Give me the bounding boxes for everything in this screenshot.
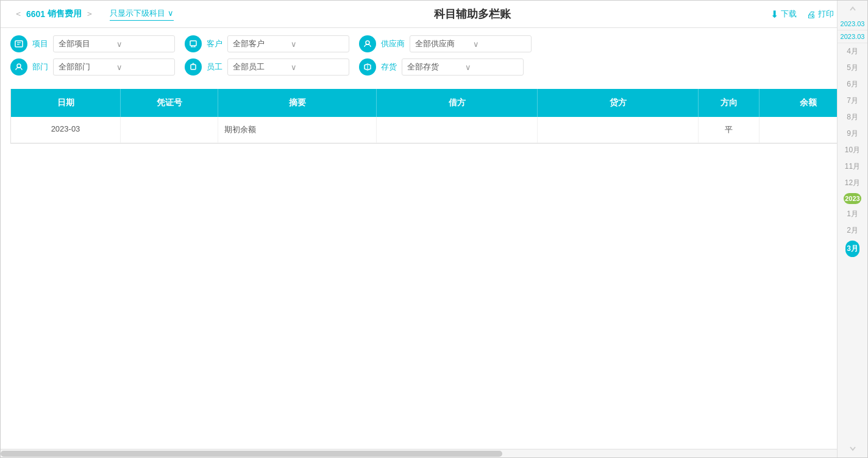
department-value: 全部部门 [59,62,112,72]
cell-date: 2023-03 [11,117,121,143]
filter-area: 项目 全部项目 ∨ 客户 全部客户 ∨ [1,28,867,89]
sidebar-month-2[interactable]: 2月 [838,222,867,239]
header: ＜ 6601 销售费用 ＞ 只显示下级科目 ∨ 科目辅助多栏账 ⬇ 下载 🖨 打… [1,1,867,28]
filter-row-2: 部门 全部部门 ∨ 员工 全部员工 ∨ [10,58,858,76]
filter-item-inventory: 存货 全部存货 ∨ [359,58,524,76]
filter-item-department: 部门 全部部门 ∨ [10,58,175,76]
supplier-icon [359,35,376,52]
col-credit: 贷方 [538,89,699,117]
filter-row-1: 项目 全部项目 ∨ 客户 全部客户 ∨ [10,35,858,52]
print-label: 打印 [818,9,834,19]
department-icon [10,58,27,76]
inventory-select[interactable]: 全部存货 ∨ [402,58,524,76]
sidebar-period-2[interactable]: 2023.03 [838,30,867,43]
prev-account-btn[interactable]: ＜ [10,7,26,21]
account-name-value: 销售费用 [48,9,82,19]
sidebar-month-7[interactable]: 7月 [838,93,867,109]
download-btn[interactable]: ⬇ 下载 [770,9,797,20]
cell-debit [377,117,538,143]
svg-rect-3 [190,41,196,46]
supplier-select[interactable]: 全部供应商 ∨ [410,35,532,52]
cell-summary: 期初余额 [218,117,377,143]
next-account-btn[interactable]: ＞ [82,7,98,21]
print-btn[interactable]: 🖨 打印 [806,9,834,19]
sidebar-month-11[interactable]: 11月 [838,158,867,175]
table-row: 2023-03 期初余额 平 [11,117,857,143]
sidebar-down-btn[interactable] [838,440,867,457]
show-sub-toggle[interactable]: 只显示下级科目 ∨ [110,8,174,21]
customer-label: 客户 [207,38,222,49]
inventory-arrow-icon: ∨ [465,63,518,72]
inventory-icon [359,58,376,76]
project-label: 项目 [32,38,48,49]
main-window: ＜ 6601 销售费用 ＞ 只显示下级科目 ∨ 科目辅助多栏账 ⬇ 下载 🖨 打… [0,0,868,458]
sidebar-month-10[interactable]: 10月 [838,142,867,158]
customer-value: 全部客户 [233,38,286,49]
department-select[interactable]: 全部部门 ∨ [53,58,175,76]
page-title: 科目辅助多栏账 [174,7,770,21]
scrollbar[interactable] [1,449,837,457]
col-voucher: 凭证号 [121,89,218,117]
show-sub-label: 只显示下级科目 [110,8,165,19]
account-code: 6601 销售费用 [26,9,82,19]
col-date: 日期 [11,89,121,117]
project-arrow-icon: ∨ [116,40,169,49]
sidebar-month-12[interactable]: 12月 [838,175,867,191]
sidebar-month-1[interactable]: 1月 [838,206,867,222]
sidebar-up-btn[interactable] [838,1,867,18]
supplier-label: 供应商 [381,38,405,49]
svg-point-4 [366,41,369,44]
sidebar-month-6[interactable]: 6月 [838,76,867,93]
download-icon: ⬇ [770,9,778,20]
sidebar-month-8[interactable]: 8月 [838,109,867,125]
sidebar-month-9[interactable]: 9月 [838,125,867,142]
show-sub-arrow-icon: ∨ [168,9,174,18]
col-direction: 方向 [699,89,760,117]
customer-icon [185,35,202,52]
filter-item-customer: 客户 全部客户 ∨ [185,35,349,52]
customer-select[interactable]: 全部客户 ∨ [227,35,349,52]
table-body: 2023-03 期初余额 平 [11,117,857,143]
inventory-value: 全部存货 [407,62,460,72]
customer-arrow-icon: ∨ [291,40,344,49]
col-debit: 借方 [377,89,538,117]
employee-icon [185,58,202,76]
project-select[interactable]: 全部项目 ∨ [53,35,175,52]
svg-rect-0 [15,41,23,47]
filter-item-supplier: 供应商 全部供应商 ∨ [359,35,532,52]
svg-point-5 [17,64,21,68]
scrollbar-thumb[interactable] [1,451,502,457]
filter-item-employee: 员工 全部员工 ∨ [185,58,349,76]
project-icon [10,35,27,52]
department-arrow-icon: ∨ [116,63,169,72]
inventory-label: 存货 [381,62,397,72]
cell-voucher [121,117,218,143]
right-sidebar: 2023.03 2023.03 4月 5月 6月 7月 8月 9月 10月 11… [837,1,867,457]
sidebar-month-3-active[interactable]: 3月 [845,241,859,257]
table-header: 日期 凭证号 摘要 借方 贷方 方向 余额 [11,89,857,117]
cell-credit [538,117,699,143]
col-summary: 摘要 [218,89,377,117]
main-content: 日期 凭证号 摘要 借方 贷方 方向 余额 2023-03 期初余额 平 [1,89,867,144]
employee-select[interactable]: 全部员工 ∨ [227,58,349,76]
sidebar-period-1[interactable]: 2023.03 [838,18,867,30]
supplier-value: 全部供应商 [415,38,468,49]
scrollbar-track [1,449,837,457]
svg-rect-6 [191,65,196,69]
table-container: 日期 凭证号 摘要 借方 贷方 方向 余额 2023-03 期初余额 平 [10,89,858,144]
employee-value: 全部员工 [233,62,286,72]
print-icon: 🖨 [806,9,816,19]
sidebar-month-5[interactable]: 5月 [838,60,867,76]
supplier-arrow-icon: ∨ [473,40,526,49]
cell-direction: 平 [699,117,760,143]
employee-arrow-icon: ∨ [291,63,344,72]
download-label: 下载 [781,9,797,19]
sidebar-month-4[interactable]: 4月 [838,43,867,60]
department-label: 部门 [32,62,48,72]
project-value: 全部项目 [59,38,112,49]
filter-item-project: 项目 全部项目 ∨ [10,35,175,52]
account-code-value: 6601 [26,9,45,19]
employee-label: 员工 [207,62,222,72]
sidebar-year-badge[interactable]: 2023 [844,193,861,204]
